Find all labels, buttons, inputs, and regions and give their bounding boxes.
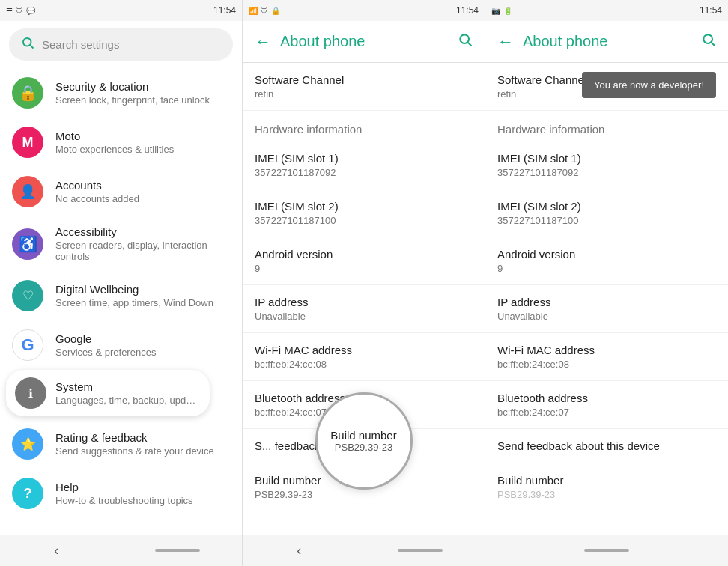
search-button-mid[interactable] <box>458 32 473 51</box>
status-icons-right: 📷 🔋 <box>491 7 512 15</box>
help-subtitle: How-to & troubleshooting topics <box>55 495 230 506</box>
bottom-nav-mid: ‹ <box>243 535 485 566</box>
android-value-mid: 9 <box>255 263 473 274</box>
status-bar-left: ☰ 🛡 💬 11:54 <box>0 0 243 21</box>
security-subtitle: Screen lock, fingerprint, face unlock <box>55 94 230 106</box>
imei2-value-right: 357227101187100 <box>497 215 716 226</box>
back-button-right[interactable]: ← <box>497 32 514 52</box>
status-bar-mid: 📶 🛡 🔒 11:54 <box>243 0 485 21</box>
build-circle-title: Build number <box>330 429 396 442</box>
search-placeholder: Search settings <box>42 38 119 51</box>
rating-subtitle: Send suggestions & rate your device <box>55 445 230 457</box>
settings-item-accounts[interactable]: 👤 Accounts No accounts added <box>0 167 242 216</box>
signal-icon: 📶 <box>249 7 258 15</box>
shield-icon: 🛡 <box>16 7 23 15</box>
hardware-header-title-mid: Hardware information <box>255 123 473 136</box>
nav-pill-left <box>155 549 200 552</box>
android-title-mid: Android version <box>255 248 473 261</box>
help-icon: ? <box>12 478 43 509</box>
info-software-channel-mid[interactable]: Software Channel retin <box>243 63 485 111</box>
status-bar-right: 📷 🔋 11:54 <box>485 0 728 21</box>
digital-subtitle: Screen time, app timers, Wind Down <box>55 297 230 308</box>
accessibility-subtitle: Screen readers, display, interaction con… <box>55 240 230 262</box>
google-subtitle: Services & preferences <box>55 347 230 358</box>
rating-text: Rating & feedback Send suggestions & rat… <box>55 431 230 457</box>
bluetooth-title-right: Bluetooth address <box>497 392 716 404</box>
settings-panel: Search settings 🔒 Security & location Sc… <box>0 21 243 535</box>
info-wifi-right[interactable]: Wi-Fi MAC address bc:ff:eb:24:ce:08 <box>485 333 728 381</box>
info-hardware-header-mid: Hardware information <box>243 111 485 142</box>
search-button-right[interactable] <box>701 32 716 51</box>
settings-item-security[interactable]: 🔒 Security & location Screen lock, finge… <box>0 68 242 118</box>
ip-value-mid: Unavailable <box>255 311 473 322</box>
status-icons-mid: 📶 🛡 🔒 <box>249 7 280 15</box>
settings-item-help[interactable]: ? Help How-to & troubleshooting topics <box>0 469 242 518</box>
camera-icon: 📷 <box>491 7 500 15</box>
accounts-text: Accounts No accounts added <box>55 179 230 204</box>
time-left: 11:54 <box>213 5 236 16</box>
software-channel-title-mid: Software Channel <box>255 73 473 86</box>
imei1-value-right: 357227101187092 <box>497 167 716 178</box>
info-wifi-mid[interactable]: Wi-Fi MAC address bc:ff:eb:24:ce:08 <box>243 333 485 381</box>
info-android-mid[interactable]: Android version 9 <box>243 237 485 285</box>
back-button-mid[interactable]: ← <box>255 32 271 52</box>
settings-item-digital[interactable]: ♡ Digital Wellbeing Screen time, app tim… <box>0 271 242 320</box>
status-icons-left: ☰ 🛡 💬 <box>6 7 35 15</box>
shield-mid-icon: 🛡 <box>261 7 268 15</box>
info-imei2-mid[interactable]: IMEI (SIM slot 2) 357227101187100 <box>243 189 485 237</box>
imei1-title-mid: IMEI (SIM slot 1) <box>255 152 473 165</box>
settings-item-accessibility[interactable]: ♿ Accessibility Screen readers, display,… <box>0 216 242 271</box>
settings-item-system[interactable]: ℹ System Languages, time, backup, update… <box>6 370 210 416</box>
system-icon: ℹ <box>15 377 46 409</box>
imei2-title-right: IMEI (SIM slot 2) <box>497 200 716 213</box>
ip-title-right: IP address <box>497 296 716 308</box>
info-imei1-mid[interactable]: IMEI (SIM slot 1) 357227101187092 <box>243 142 485 189</box>
back-nav-btn-mid[interactable]: ‹ <box>285 538 313 563</box>
nav-pill-right <box>584 549 629 552</box>
imei1-title-right: IMEI (SIM slot 1) <box>497 152 716 165</box>
toast-notification: You are now a developer! <box>582 72 716 98</box>
google-text: Google Services & preferences <box>55 332 230 358</box>
settings-item-google[interactable]: G Google Services & preferences <box>0 320 242 370</box>
info-ip-mid[interactable]: IP address Unavailable <box>243 285 485 333</box>
info-ip-right[interactable]: IP address Unavailable <box>485 285 728 333</box>
toast-message: You are now a developer! <box>594 79 704 91</box>
moto-subtitle: Moto experiences & utilities <box>55 144 230 155</box>
accessibility-icon: ♿ <box>12 228 43 260</box>
info-imei1-right[interactable]: IMEI (SIM slot 1) 357227101187092 <box>485 142 728 189</box>
info-bluetooth-right[interactable]: Bluetooth address bc:ff:eb:24:ce:07 <box>485 381 728 429</box>
settings-list: 🔒 Security & location Screen lock, finge… <box>0 68 242 535</box>
settings-item-moto[interactable]: M Moto Moto experiences & utilities <box>0 118 242 167</box>
svg-point-0 <box>23 38 31 46</box>
info-build-right[interactable]: Build number PSB29.39-23 <box>485 463 728 511</box>
svg-point-4 <box>703 34 712 43</box>
security-title: Security & location <box>55 80 230 93</box>
svg-point-2 <box>460 34 469 43</box>
accessibility-title: Accessibility <box>55 225 230 238</box>
search-bar[interactable]: Search settings <box>9 28 233 61</box>
accounts-title: Accounts <box>55 179 230 192</box>
settings-item-rating[interactable]: ⭐ Rating & feedback Send suggestions & r… <box>0 419 242 469</box>
system-item-wrapper: ℹ System Languages, time, backup, update… <box>0 370 242 419</box>
lock-icon: 🔒 <box>271 7 280 15</box>
about-title-right: About phone <box>523 33 692 50</box>
notification-icon: ☰ <box>6 7 13 15</box>
moto-title: Moto <box>55 130 230 142</box>
build-number-circle: Build number PSB29.39-23 <box>315 392 413 490</box>
bottom-nav-left: ‹ <box>0 535 243 566</box>
message-icon: 💬 <box>26 7 35 15</box>
rating-title: Rating & feedback <box>55 431 230 444</box>
back-nav-btn-left[interactable]: ‹ <box>42 538 70 563</box>
system-title: System <box>55 380 198 393</box>
main-layout: Search settings 🔒 Security & location Sc… <box>0 21 728 535</box>
panel-header-mid: ← About phone <box>243 21 485 63</box>
android-value-right: 9 <box>497 263 716 274</box>
svg-line-5 <box>712 43 715 46</box>
info-feedback-right[interactable]: Send feedback about this device <box>485 429 728 463</box>
info-imei2-right[interactable]: IMEI (SIM slot 2) 357227101187100 <box>485 189 728 237</box>
build-title-right: Build number <box>497 474 716 487</box>
accounts-icon: 👤 <box>12 176 43 207</box>
info-android-right[interactable]: Android version 9 <box>485 237 728 285</box>
imei2-value-mid: 357227101187100 <box>255 215 473 226</box>
info-hardware-header-right: Hardware information <box>485 111 728 142</box>
